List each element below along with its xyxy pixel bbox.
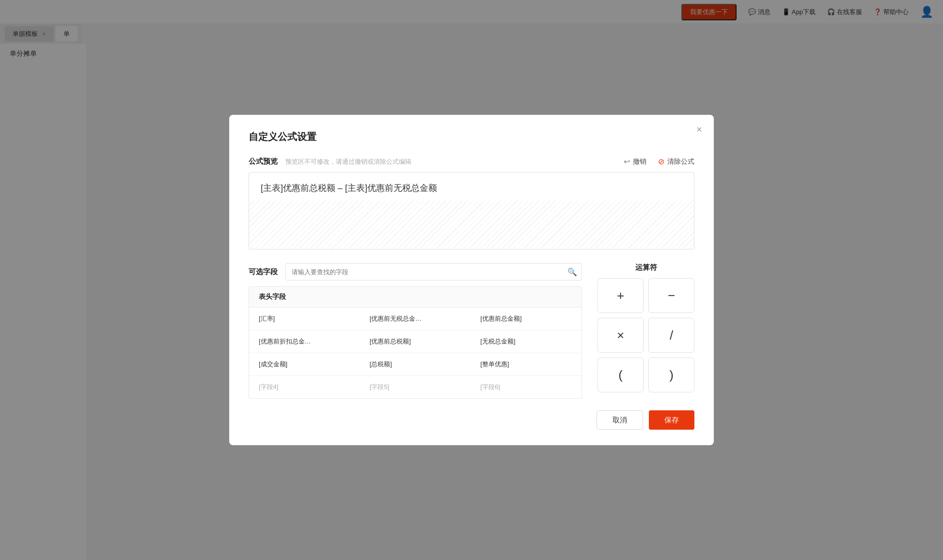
formula-preview-hint: 预览区不可修改，请通过撤销或清除公式编辑 [285, 157, 411, 166]
field-cell-pretax-amount[interactable]: [优惠前总金额] [471, 308, 582, 330]
operator-minus[interactable]: − [648, 278, 694, 313]
bottom-section: 可选字段 🔍 表头字段 [汇率] [优惠前无税总金… [优惠前总金额] [249, 263, 694, 399]
fields-scroll-wrapper: [汇率] [优惠前无税总金… [优惠前总金额] [优惠前折扣总金… [优惠前总税… [249, 308, 582, 398]
fields-header: 可选字段 🔍 [249, 263, 582, 280]
formula-preview-box: [主表]优惠前总税额 – [主表]优惠前无税总金额 [249, 172, 694, 249]
search-wrapper: 🔍 [285, 263, 582, 280]
field-cell-exchange-rate[interactable]: [汇率] [249, 308, 360, 330]
fields-table-header: 表头字段 [249, 287, 582, 308]
operators-section: 运算符 + − × / ( ) [597, 263, 694, 399]
field-cell-discount-total[interactable]: [优惠前折扣总金… [249, 330, 360, 353]
clear-icon: ⊘ [658, 157, 664, 166]
undo-label: 撤销 [633, 157, 646, 166]
field-cell-order-discount[interactable]: [整单优惠] [471, 353, 582, 375]
field-cell-5[interactable]: [字段5] [360, 376, 471, 398]
clear-formula-button[interactable]: ⊘ 清除公式 [658, 157, 694, 166]
formula-display-text: [主表]优惠前总税额 – [主表]优惠前无税总金额 [261, 182, 682, 194]
operator-multiply[interactable]: × [597, 318, 644, 353]
fields-table-body: [汇率] [优惠前无税总金… [优惠前总金额] [优惠前折扣总金… [优惠前总税… [249, 308, 582, 398]
fields-section: 可选字段 🔍 表头字段 [汇率] [优惠前无税总金… [优惠前总金额] [249, 263, 582, 399]
operator-plus[interactable]: + [597, 278, 644, 313]
operator-open-paren[interactable]: ( [597, 358, 644, 392]
field-cell-pretax-total[interactable]: [优惠前无税总金… [360, 308, 471, 330]
table-row: [成交金额] [总税额] [整单优惠] [249, 353, 582, 376]
formula-preview-label: 公式预览 [249, 157, 278, 166]
modal-title: 自定义公式设置 [249, 130, 694, 143]
search-input[interactable] [285, 263, 582, 280]
save-button[interactable]: 保存 [649, 410, 694, 430]
undo-icon: ↩ [624, 157, 630, 166]
operators-label: 运算符 [597, 263, 694, 272]
clear-label: 清除公式 [667, 157, 694, 166]
formula-actions: ↩ 撤销 ⊘ 清除公式 [624, 157, 694, 166]
field-cell-4[interactable]: [字段4] [249, 376, 360, 398]
formula-modal: 自定义公式设置 × 公式预览 预览区不可修改，请通过撤销或清除公式编辑 ↩ 撤销… [229, 115, 714, 445]
formula-preview-header: 公式预览 预览区不可修改，请通过撤销或清除公式编辑 ↩ 撤销 ⊘ 清除公式 [249, 157, 694, 166]
table-row: [汇率] [优惠前无税总金… [优惠前总金额] [249, 308, 582, 330]
undo-button[interactable]: ↩ 撤销 [624, 157, 646, 166]
table-row: [优惠前折扣总金… [优惠前总税额] [无税总金额] [249, 330, 582, 353]
field-cell-total-tax[interactable]: [总税额] [360, 353, 471, 375]
field-cell-notax-total[interactable]: [无税总金额] [471, 330, 582, 353]
field-cell-6[interactable]: [字段6] [471, 376, 582, 398]
close-button[interactable]: × [696, 124, 702, 134]
modal-footer: 取消 保存 [249, 410, 694, 430]
table-row: [字段4] [字段5] [字段6] [249, 376, 582, 398]
cancel-button[interactable]: 取消 [597, 410, 643, 430]
search-icon: 🔍 [567, 267, 577, 277]
operator-divide[interactable]: / [648, 318, 694, 353]
field-cell-tax-total[interactable]: [优惠前总税额] [360, 330, 471, 353]
fields-label: 可选字段 [249, 267, 278, 277]
fields-table: 表头字段 [汇率] [优惠前无税总金… [优惠前总金额] [优惠前折扣总金… [… [249, 286, 582, 399]
operators-grid: + − × / ( ) [597, 278, 694, 392]
operator-close-paren[interactable]: ) [648, 358, 694, 392]
field-cell-transaction-amount[interactable]: [成交金额] [249, 353, 360, 375]
